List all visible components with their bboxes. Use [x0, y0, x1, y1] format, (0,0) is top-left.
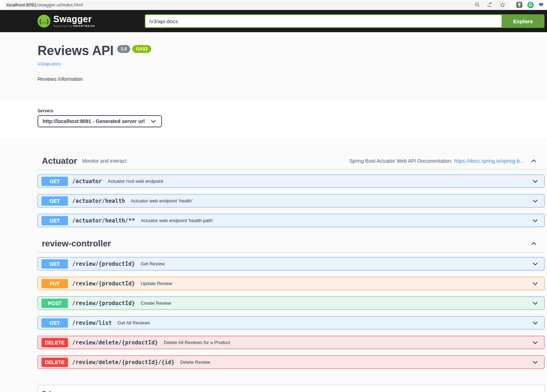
zoom-out-icon[interactable]: [474, 2, 481, 8]
method-badge: DELETE: [41, 338, 68, 347]
bookmark-star-icon[interactable]: [499, 2, 506, 8]
endpoint-summary: Update Review: [141, 281, 172, 286]
endpoint-path: /actuator: [72, 178, 102, 185]
tagline-prefix: Supported by: [53, 24, 72, 28]
swagger-logo-title: Swagger: [53, 15, 95, 24]
endpoint-path: /review/delete/{productId}/{id}: [72, 359, 174, 366]
oas3-badge: OAS3: [132, 45, 151, 53]
endpoint-summary: Actuator web endpoint 'health-path': [141, 218, 213, 223]
chevron-down-icon[interactable]: [532, 319, 539, 327]
opblock-get-actuator[interactable]: GET /actuator Actuator root web endpoint: [38, 175, 544, 188]
swagger-topbar: {…} Swagger Supported by SMARTBEAR Explo…: [0, 10, 547, 32]
method-badge: POST: [41, 299, 68, 308]
section-actuator-header[interactable]: Actuator Monitor and interact Spring Boo…: [38, 152, 544, 170]
endpoint-path: /review/{productId}: [72, 280, 135, 287]
method-badge: GET: [41, 216, 68, 225]
url-field[interactable]: localhost:8091/swagger-ui/index.html: [4, 1, 511, 9]
endpoint-summary: Delete Review: [180, 359, 210, 365]
section-subtitle: Monitor and interact: [82, 158, 127, 164]
chevron-down-icon[interactable]: [532, 260, 539, 268]
endpoint-summary: Delete All Reviews for a Product: [164, 340, 230, 345]
chevron-down-icon[interactable]: [532, 339, 539, 346]
schemas-panel: Schemas: [38, 385, 544, 392]
endpoint-path: /review/delete/{productId}: [72, 339, 158, 346]
section-review-controller: review-controller GET /review/{productId…: [38, 235, 544, 369]
opblock-get-review[interactable]: GET /review/{productId} Get Review: [38, 257, 544, 270]
endpoint-path: /review/list: [72, 320, 112, 326]
opblock-get-actuator-health[interactable]: GET /actuator/health Actuator web endpoi…: [38, 194, 544, 207]
url-path: /swagger-ui/index.html: [36, 2, 83, 8]
api-description: Reviews Information: [38, 76, 547, 82]
extension-icon[interactable]: [516, 2, 522, 8]
opblock-put-review[interactable]: PUT /review/{productId} Update Review: [38, 277, 544, 290]
swagger-logo: {…} Swagger Supported by SMARTBEAR: [38, 15, 145, 28]
method-badge: GET: [41, 177, 68, 186]
page-url: localhost:8091/swagger-ui/index.html: [6, 2, 83, 8]
version-badge: 1.0: [117, 45, 130, 53]
grammarly-icon[interactable]: G: [527, 2, 534, 8]
share-icon[interactable]: [487, 2, 493, 8]
chevron-up-icon[interactable]: [530, 240, 537, 247]
tagline-brand: SMARTBEAR: [73, 24, 95, 28]
section-actuator: Actuator Monitor and interact Spring Boo…: [38, 152, 544, 227]
operations-area: Actuator Monitor and interact Spring Boo…: [0, 139, 547, 392]
chevron-down-icon[interactable]: [532, 359, 539, 366]
schemas-title: Schemas: [42, 390, 67, 392]
chevron-down-icon: [150, 118, 157, 125]
endpoint-summary: Actuator web endpoint 'health': [131, 198, 193, 204]
section-review-controller-header[interactable]: review-controller: [38, 235, 544, 253]
section-doc-text: Spring Boot Actuator Web API Documentati…: [349, 158, 452, 164]
opblock-delete-review[interactable]: DELETE /review/delete/{productId}/{id} D…: [38, 356, 544, 369]
method-badge: GET: [41, 259, 68, 269]
chevron-up-icon[interactable]: [530, 157, 537, 165]
servers-label: Servers: [38, 108, 547, 113]
chevron-down-icon[interactable]: [532, 178, 539, 185]
method-badge: DELETE: [41, 358, 68, 367]
page-title: Reviews API: [38, 44, 114, 57]
spec-url-input[interactable]: [145, 14, 502, 28]
endpoint-summary: Actuator root web endpoint: [108, 178, 163, 184]
method-badge: PUT: [41, 279, 68, 288]
opblock-get-review-list[interactable]: GET /review/list Get All Reviews: [38, 316, 544, 329]
method-badge: GET: [41, 196, 68, 206]
endpoint-path: /actuator/health/**: [72, 217, 135, 224]
servers-selected-value: http://localhost:8091 - Generated server…: [43, 118, 145, 124]
endpoint-summary: Create Review: [141, 300, 171, 306]
endpoint-path: /review/{productId}: [72, 300, 135, 307]
chevron-down-icon[interactable]: [532, 280, 539, 287]
endpoint-summary: Get All Reviews: [118, 320, 150, 325]
servers-select[interactable]: http://localhost:8091 - Generated server…: [38, 115, 162, 127]
explore-button[interactable]: Explore: [502, 14, 544, 28]
endpoint-summary: Get Review: [141, 261, 164, 266]
section-doc-link[interactable]: https://docs.spring.io/spring-b...: [454, 158, 524, 164]
opblock-post-review[interactable]: POST /review/{productId} Create Review: [38, 297, 544, 310]
chevron-down-icon[interactable]: [532, 217, 539, 224]
servers-section: Servers http://localhost:8091 - Generate…: [0, 101, 547, 139]
endpoint-path: /review/{productId}: [72, 261, 135, 267]
schemas-header[interactable]: Schemas: [38, 385, 544, 392]
v-extension-icon[interactable]: ❤︎: [539, 2, 543, 8]
chevron-down-icon[interactable]: [532, 197, 539, 205]
browser-address-bar: localhost:8091/swagger-ui/index.html G ❤…: [0, 0, 547, 10]
spec-link[interactable]: /v3/api-docs: [38, 62, 61, 67]
smartbear-tagline: Supported by SMARTBEAR: [53, 24, 95, 28]
url-host: localhost:8091: [6, 2, 36, 8]
swagger-logo-icon: {…}: [38, 15, 50, 28]
opblock-delete-reviews[interactable]: DELETE /review/delete/{productId} Delete…: [38, 336, 544, 349]
chevron-down-icon[interactable]: [532, 300, 539, 307]
section-title: review-controller: [42, 239, 111, 249]
api-info-section: Reviews API 1.0 OAS3 /v3/api-docs Review…: [0, 32, 547, 101]
section-title: Actuator: [42, 156, 77, 166]
endpoint-path: /actuator/health: [72, 198, 125, 204]
method-badge: GET: [41, 318, 68, 328]
section-doc: Spring Boot Actuator Web API Documentati…: [349, 158, 524, 164]
chevron-up-icon[interactable]: [530, 390, 537, 392]
opblock-get-actuator-health-path[interactable]: GET /actuator/health/** Actuator web end…: [38, 214, 544, 227]
